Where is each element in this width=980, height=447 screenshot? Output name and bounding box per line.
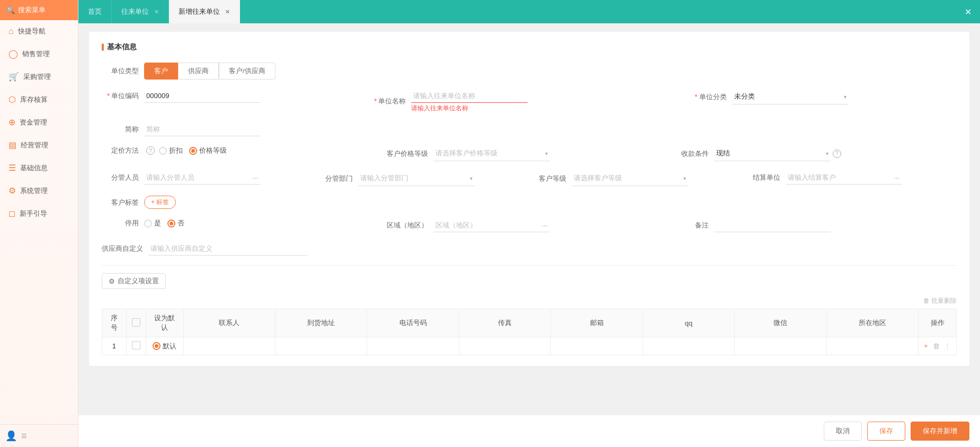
disabled-yes-radio[interactable]: 是 (144, 218, 161, 228)
sidebar-item-label: 新手引导 (20, 209, 47, 218)
table-row: 1 默认 (102, 337, 957, 355)
row-checkbox[interactable] (132, 341, 140, 349)
select-all-checkbox[interactable] (132, 318, 140, 327)
system-icon: ⚙ (8, 186, 16, 196)
sidebar-item-inventory[interactable]: ⬡ 库存核算 (0, 88, 78, 111)
row-address[interactable] (275, 337, 367, 355)
unit-name-input[interactable] (411, 89, 528, 103)
form-divider (102, 265, 957, 266)
manager-more-btn[interactable]: ··· (250, 172, 261, 183)
delete-row-btn[interactable]: 🗑 (933, 342, 940, 350)
tab-units-label: 往来单位 (121, 7, 149, 16)
both-btn[interactable]: 客户/供应商 (219, 63, 275, 80)
unit-type-label: 单位类型 (102, 66, 144, 76)
sidebar-item-guide[interactable]: ◻ 新手引导 (0, 202, 78, 225)
customer-btn[interactable]: 客户 (144, 63, 178, 80)
unit-code-field: 单位编码 (102, 89, 369, 103)
sidebar-item-purchase[interactable]: 🛒 采购管理 (0, 65, 78, 88)
unit-category-field: 单位分类 未分类 ▾ (690, 89, 957, 104)
remark-input[interactable] (714, 218, 831, 232)
save-add-button[interactable]: 保存并新增 (911, 422, 969, 441)
email-input[interactable] (556, 342, 637, 350)
contact-input[interactable] (189, 342, 270, 350)
sidebar-item-sales[interactable]: ◯ 销售管理 (0, 42, 78, 65)
payment-terms-value: 现结 (716, 148, 824, 158)
sidebar-item-operations[interactable]: ▤ 经营管理 (0, 134, 78, 156)
row-wechat[interactable] (735, 337, 826, 355)
tab-units[interactable]: 往来单位 ✕ (112, 0, 169, 23)
customer-price-level-placeholder: 请选择客户价格等级 (435, 148, 543, 158)
tags-label: 客户标签 (102, 198, 144, 207)
unit-code-label: 单位编码 (102, 91, 144, 101)
unit-category-chevron: ▾ (844, 94, 847, 100)
custom-settings-button[interactable]: ⚙ 自定义项设置 (102, 273, 166, 289)
close-units-tab[interactable]: ✕ (154, 8, 159, 15)
qq-input[interactable] (648, 342, 729, 350)
customer-level-chevron: ▾ (683, 176, 686, 181)
settlement-unit-input[interactable] (786, 171, 892, 184)
tab-new-unit[interactable]: 新增往来单位 ✕ (169, 0, 240, 23)
sidebar-item-finance[interactable]: ⊕ 资金管理 (0, 111, 78, 134)
phone-input[interactable] (372, 342, 453, 350)
disabled-field: 停用 是 否 (102, 218, 387, 228)
settlement-unit-more-btn[interactable]: ··· (892, 172, 902, 183)
col-wechat: 微信 (735, 309, 826, 337)
row-phone[interactable] (367, 337, 459, 355)
manager-label: 分管人员 (102, 173, 144, 182)
department-label: 分管部门 (316, 174, 358, 183)
disabled-no-radio[interactable]: 否 (167, 218, 184, 228)
customer-level-select[interactable]: 请选择客户等级 ▾ (572, 171, 688, 186)
address-input[interactable] (281, 342, 361, 350)
col-phone: 电话号码 (367, 309, 459, 337)
sidebar-item-system[interactable]: ⚙ 系统管理 (0, 179, 78, 202)
sidebar-item-basic-info[interactable]: ☰ 基础信息 (0, 156, 78, 179)
payment-terms-select[interactable]: 现结 ▾ (714, 146, 831, 161)
add-tag-button[interactable]: + 标签 (144, 196, 176, 209)
row-qq[interactable] (643, 337, 735, 355)
row-contact[interactable] (183, 337, 275, 355)
unit-code-input[interactable] (144, 89, 261, 103)
col-checkbox (126, 309, 146, 337)
wechat-input[interactable] (740, 342, 821, 350)
row-default-cell: 默认 (146, 337, 183, 355)
sidebar-item-label: 采购管理 (23, 72, 51, 82)
section-title: 基本信息 (102, 42, 957, 52)
payment-help-icon[interactable]: ? (833, 150, 841, 158)
header-row: 序号 设为默认 联系人 到货地址 电话号码 传真 邮箱 qq 微信 所在地区 操… (102, 309, 957, 337)
row-fax[interactable] (459, 337, 550, 355)
sidebar-item-quick-nav[interactable]: ⌂ 快捷导航 (0, 20, 78, 42)
short-name-input[interactable] (144, 122, 261, 136)
department-placeholder: 请输入分管部门 (360, 173, 468, 183)
custom-settings-label: 自定义项设置 (118, 276, 159, 286)
row-default-radio[interactable]: 默认 (152, 341, 178, 351)
supplier-btn[interactable]: 供应商 (178, 63, 219, 80)
disabled-area-row: 停用 是 否 区域（地区） (102, 218, 957, 232)
unit-category-select[interactable]: 未分类 ▾ (732, 89, 849, 104)
pricing-level-radio[interactable]: 价格等级 (189, 146, 227, 155)
search-menu[interactable]: 🔍 搜索菜单 (0, 0, 78, 20)
customer-price-level-select[interactable]: 请选择客户价格等级 ▾ (433, 146, 550, 161)
pricing-help-icon[interactable]: ? (146, 146, 155, 155)
batch-delete-btn[interactable]: 🗑 批量删除 (102, 296, 957, 305)
manager-input[interactable] (144, 171, 250, 184)
row-email[interactable] (551, 337, 643, 355)
area-more-btn[interactable]: ··· (539, 220, 550, 231)
add-row-btn[interactable]: + (924, 342, 928, 350)
sidebar-item-label: 库存核算 (20, 95, 48, 104)
region-input[interactable] (832, 342, 913, 350)
supplier-custom-input[interactable] (148, 242, 307, 256)
tab-home[interactable]: 首页 (78, 0, 112, 23)
pricing-discount-radio[interactable]: 折扣 (159, 146, 183, 155)
fax-input[interactable] (465, 342, 545, 350)
search-menu-label: 搜索菜单 (18, 5, 46, 15)
customer-price-level-label: 客户价格等级 (387, 149, 433, 159)
cancel-button[interactable]: 取消 (824, 422, 862, 441)
window-close-button[interactable]: ✕ (956, 7, 980, 17)
department-select[interactable]: 请输入分管部门 ▾ (358, 171, 475, 186)
close-new-unit-tab[interactable]: ✕ (225, 8, 230, 15)
save-button[interactable]: 保存 (867, 422, 905, 441)
col-region: 所在地区 (826, 309, 918, 337)
sidebar-item-label: 系统管理 (20, 186, 48, 196)
row-region[interactable] (826, 337, 918, 355)
area-input[interactable] (433, 218, 539, 232)
